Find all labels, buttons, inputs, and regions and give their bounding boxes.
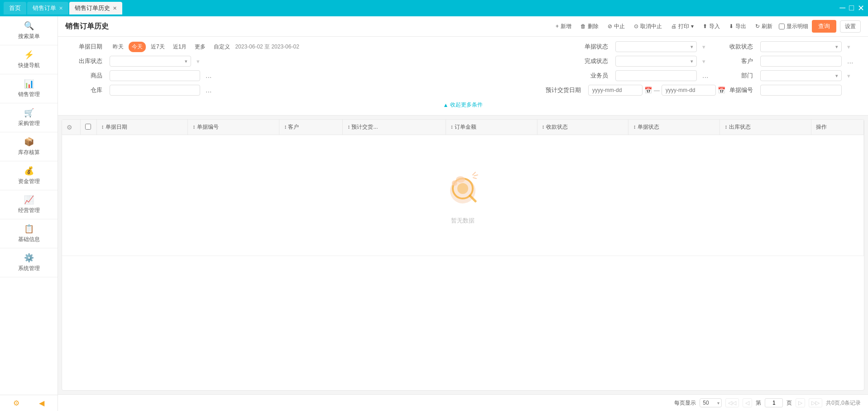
order-status-label: 单据状态 [571, 43, 612, 51]
salesperson-input[interactable] [615, 70, 697, 81]
payment-status-select-wrapper [760, 41, 842, 52]
order-status-select[interactable] [615, 41, 697, 52]
add-button[interactable]: + 新增 [553, 21, 574, 32]
date-btn-today[interactable]: 今天 [129, 42, 146, 52]
query-button[interactable]: 查询 [812, 20, 836, 33]
window-close-icon[interactable]: ✕ [858, 3, 864, 13]
window-maximize-icon[interactable]: □ [849, 3, 854, 13]
delivery-date-start-input[interactable] [588, 85, 643, 96]
th-date: ↕ 单据日期 [96, 120, 188, 135]
prev-page-btn[interactable]: ◁ [743, 398, 752, 407]
sidebar-item-system-label: 系统管理 [18, 265, 40, 272]
first-page-btn[interactable]: ◁◁ [725, 398, 739, 407]
sidebar-settings-btn[interactable]: ⚙ [13, 399, 19, 407]
next-page-btn[interactable]: ▷ [796, 398, 805, 407]
customer-input[interactable] [760, 56, 842, 67]
date-sep: — [654, 87, 660, 94]
select-all-checkbox[interactable] [85, 124, 91, 130]
customer-label: 客户 [716, 57, 757, 65]
import-button[interactable]: ⬆ 导入 [700, 21, 723, 32]
cancel-stop-button[interactable]: ⊙ 取消中止 [631, 21, 665, 32]
sales-mgmt-icon: 📊 [24, 79, 34, 89]
stop-label: 中止 [614, 23, 625, 30]
delivery-date-start-calendar[interactable]: 📅 [644, 87, 652, 94]
system-icon: ⚙️ [24, 253, 34, 263]
sidebar-item-quick-nav[interactable]: ⚡ 快捷导航 [0, 45, 58, 74]
date-control: 昨天 今天 近7天 近1月 更多 自定义 2023-06-02 至 2023-0… [110, 42, 571, 52]
inventory-icon: 📦 [24, 137, 34, 147]
goods-input[interactable] [110, 70, 200, 81]
page-input[interactable] [765, 398, 783, 407]
sidebar-item-quick-nav-label: 快捷导航 [18, 62, 40, 69]
collapse-filter-btn[interactable]: ▲ 收起更多条件 [441, 99, 485, 111]
sidebar-item-inventory[interactable]: 📦 库存核算 [0, 132, 58, 161]
sidebar-collapse-btn[interactable]: ◀ [39, 399, 44, 407]
sidebar-item-purchase-mgmt[interactable]: 🛒 采购管理 [0, 103, 58, 132]
last-page-btn[interactable]: ▷▷ [809, 398, 822, 407]
sidebar-item-search-menu[interactable]: 🔍 搜索菜单 [0, 16, 58, 45]
sidebar-item-basic-info[interactable]: 📋 基础信息 [0, 219, 58, 248]
delivery-date-end-input[interactable] [662, 85, 716, 96]
date-btn-more[interactable]: 更多 [192, 42, 209, 52]
sidebar-item-operation-label: 经营管理 [18, 207, 40, 214]
date-btn-7days[interactable]: 近7天 [148, 42, 168, 52]
cancel-stop-icon: ⊙ [634, 23, 638, 29]
sidebar-item-finance[interactable]: 💰 资金管理 [0, 161, 58, 190]
sidebar-bottom: ⚙ ◀ [0, 395, 58, 411]
tab-home[interactable]: 首页 [4, 2, 26, 15]
display-cols-checkbox[interactable] [779, 24, 785, 29]
warehouse-input[interactable] [110, 85, 200, 96]
order-no-input[interactable] [760, 85, 842, 96]
table-settings-icon[interactable]: ⚙ [67, 124, 72, 131]
refresh-button[interactable]: ↻ 刷新 [753, 21, 775, 32]
customer-more-btn[interactable]: ... [847, 57, 853, 65]
date-btn-yesterday[interactable]: 昨天 [110, 42, 127, 52]
department-select[interactable] [760, 70, 842, 81]
complete-status-select-wrapper [615, 56, 697, 67]
date-btn-custom[interactable]: 自定义 [211, 42, 233, 52]
search-menu-icon: 🔍 [24, 21, 34, 31]
date-btn-1month[interactable]: 近1月 [170, 42, 190, 52]
page-size-select[interactable]: 50 10 20 100 [700, 398, 722, 407]
svg-point-5 [456, 176, 465, 183]
print-button[interactable]: 🖨 打印 ▾ [668, 21, 696, 32]
th-action: 操作 [811, 120, 864, 135]
sidebar-item-system[interactable]: ⚙️ 系统管理 [0, 248, 58, 277]
sidebar: 🔍 搜索菜单 ⚡ 快捷导航 📊 销售管理 🛒 采购管理 📦 库存核算 💰 资金管… [0, 16, 58, 411]
tab-sales-order[interactable]: 销售订单 ✕ [27, 2, 68, 15]
tab-sales-order-close[interactable]: ✕ [59, 5, 63, 11]
stop-button[interactable]: ⊘ 中止 [605, 21, 628, 32]
th-payment-status-label: ↕ 收款状态 [542, 124, 568, 130]
sidebar-item-operation[interactable]: 📈 经营管理 [0, 190, 58, 219]
delivery-status-select[interactable] [110, 56, 191, 67]
department-select-wrapper [760, 70, 842, 81]
warehouse-more-btn[interactable]: ... [206, 86, 211, 94]
date-label: 单据日期 [65, 43, 106, 51]
export-button[interactable]: ⬇ 导出 [726, 21, 749, 32]
import-label: 导入 [709, 23, 720, 30]
window-minimize-icon[interactable]: ─ [839, 3, 845, 13]
settings-button[interactable]: 设置 [840, 20, 861, 33]
filter-complete-status-col: 完成状态 ▾ [571, 56, 716, 67]
tab-home-label: 首页 [9, 4, 21, 12]
sidebar-item-sales-mgmt[interactable]: 📊 销售管理 [0, 74, 58, 103]
th-order-status: ↕ 单据状态 [628, 120, 720, 135]
filter-row-1: 单据日期 昨天 今天 近7天 近1月 更多 自定义 2023-06-02 至 2… [65, 41, 861, 52]
svg-point-4 [452, 180, 457, 186]
tab-sales-order-history[interactable]: 销售订单历史 ✕ [69, 2, 122, 15]
svg-line-6 [473, 172, 475, 175]
delete-button[interactable]: 🗑 删除 [578, 21, 601, 32]
payment-status-select[interactable] [760, 41, 842, 52]
tab-sales-order-history-close[interactable]: ✕ [113, 5, 117, 11]
sidebar-item-basic-info-label: 基础信息 [18, 236, 40, 243]
page-size-label: 每页显示 [674, 399, 696, 407]
payment-status-label: 收款状态 [716, 43, 757, 51]
th-settings: ⚙ [62, 120, 80, 135]
sidebar-item-sales-mgmt-label: 销售管理 [18, 91, 40, 98]
salesperson-more-btn[interactable]: ... [702, 72, 708, 80]
collapse-label: 收起更多条件 [450, 101, 483, 109]
display-cols-toggle[interactable]: 显示明细 [779, 23, 808, 30]
complete-status-select[interactable] [615, 56, 697, 67]
goods-more-btn[interactable]: ... [206, 72, 211, 80]
filter-payment-status-col: 收款状态 ▾ [716, 41, 861, 52]
